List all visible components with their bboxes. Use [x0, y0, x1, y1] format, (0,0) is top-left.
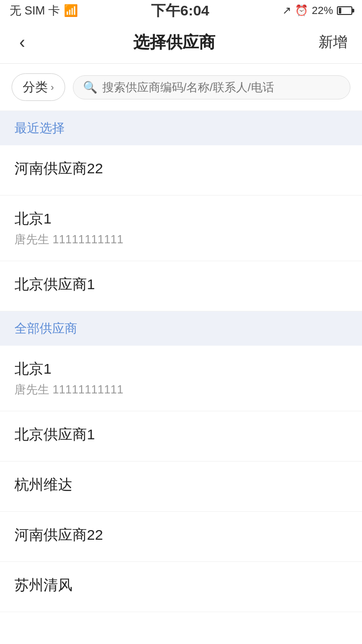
- alarm-icon: ⏰: [295, 4, 308, 17]
- chevron-right-icon: ›: [51, 82, 54, 93]
- recent-items-list: 河南供应商22 北京1 唐先生 11111111111 北京供应商1: [0, 145, 362, 311]
- recent-section-header: 最近选择: [0, 111, 362, 145]
- location-icon: ↗: [282, 4, 291, 17]
- search-input[interactable]: [102, 81, 340, 94]
- item-name: 河南供应商22: [14, 159, 348, 179]
- item-sub: 唐先生 11111111111: [14, 232, 348, 247]
- status-bar-time: 下午6:04: [151, 1, 209, 21]
- list-item[interactable]: 北京供应商1: [0, 411, 362, 462]
- add-button[interactable]: 新增: [319, 32, 348, 52]
- search-bar: 🔍: [73, 75, 350, 99]
- status-bar: 无 SIM 卡 📶 下午6:04 ↗ ⏰ 22%: [0, 0, 362, 21]
- item-name: 杭州维达: [14, 475, 348, 495]
- recent-label: 最近选择: [14, 121, 65, 135]
- all-section-header: 全部供应商: [0, 311, 362, 346]
- list-item[interactable]: 河南供应商22: [0, 145, 362, 196]
- page-title: 选择供应商: [133, 31, 215, 54]
- nav-bar: ‹ 选择供应商 新增: [0, 21, 362, 64]
- item-name: 苏州清风: [14, 575, 348, 595]
- battery-icon: [337, 6, 352, 15]
- list-item[interactable]: 苏州清风: [0, 562, 362, 612]
- list-item[interactable]: 北京1 唐先生 11111111111: [0, 196, 362, 261]
- list-item[interactable]: 北京1 唐先生 11111111111: [0, 346, 362, 411]
- battery-percent: 22%: [312, 4, 333, 17]
- category-label: 分类: [23, 79, 48, 96]
- item-name: 北京供应商1: [14, 275, 348, 294]
- status-bar-left: 无 SIM 卡 📶: [10, 3, 78, 18]
- back-button[interactable]: ‹: [14, 28, 30, 57]
- status-bar-right: ↗ ⏰ 22%: [282, 4, 352, 17]
- item-name: 北京1: [14, 359, 348, 379]
- list-item[interactable]: 杭州维达: [0, 462, 362, 512]
- search-icon: 🔍: [83, 81, 97, 94]
- item-sub: 唐先生 11111111111: [14, 382, 348, 397]
- no-sim-label: 无 SIM 卡: [10, 3, 60, 18]
- list-item[interactable]: 北京供应商1: [0, 261, 362, 311]
- item-name: 河南供应商22: [14, 525, 348, 545]
- all-label: 全部供应商: [14, 321, 77, 336]
- all-items-list: 北京1 唐先生 11111111111 北京供应商1 杭州维达 河南供应商22 …: [0, 346, 362, 612]
- item-name: 北京1: [14, 209, 348, 229]
- category-button[interactable]: 分类 ›: [12, 73, 65, 101]
- list-item[interactable]: 河南供应商22: [0, 512, 362, 562]
- filter-bar: 分类 › 🔍: [0, 64, 362, 111]
- wifi-icon: 📶: [64, 4, 78, 17]
- item-name: 北京供应商1: [14, 425, 348, 445]
